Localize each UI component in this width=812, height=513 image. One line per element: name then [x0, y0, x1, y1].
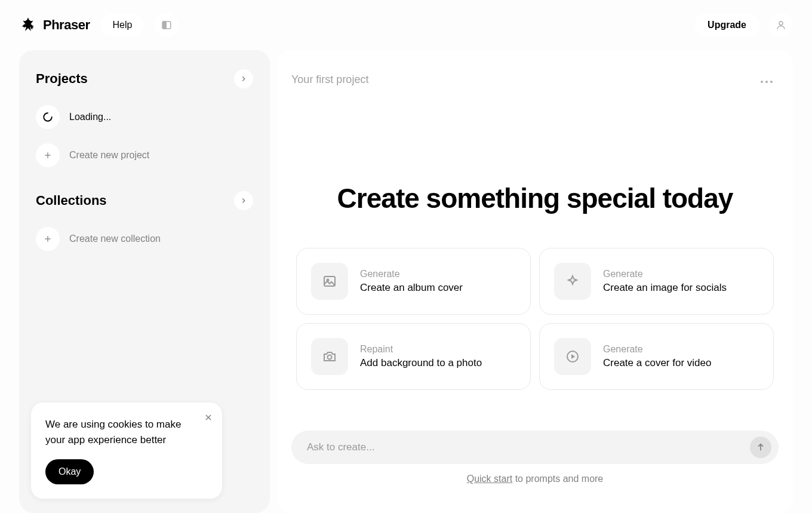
loading-label: Loading... [69, 112, 111, 122]
card-icon [554, 338, 591, 375]
arrow-up-icon [756, 443, 765, 452]
user-icon [776, 20, 786, 30]
help-button[interactable]: Help [100, 14, 144, 36]
spinner-icon [42, 112, 53, 122]
plus-icon-wrapper [36, 143, 60, 167]
upgrade-button[interactable]: Upgrade [694, 14, 759, 36]
quick-start-suffix: to prompts and more [512, 474, 603, 484]
svg-point-3 [779, 21, 783, 25]
collections-expand-button[interactable] [234, 191, 253, 210]
create-collection-label: Create new collection [69, 234, 161, 244]
cards-grid: Generate Create an album cover Generate … [296, 248, 774, 390]
content-header: Your first project [291, 69, 779, 90]
card-category: Generate [360, 269, 463, 279]
cookie-close-button[interactable] [202, 410, 215, 427]
svg-rect-2 [163, 21, 167, 29]
content: Your first project Create something spec… [277, 50, 793, 513]
svg-point-8 [761, 81, 763, 83]
sidebar-icon [161, 20, 172, 30]
play-circle-icon [565, 349, 580, 364]
projects-header: Projects [36, 69, 253, 88]
card-icon [554, 263, 591, 300]
collections-header: Collections [36, 191, 253, 210]
card-socials[interactable]: Generate Create an image for socials [539, 248, 774, 315]
card-title: Create an album cover [360, 282, 463, 294]
close-icon [204, 413, 213, 422]
svg-point-10 [770, 81, 773, 83]
svg-point-13 [328, 355, 332, 359]
sidebar-toggle-button[interactable] [155, 13, 179, 37]
card-text: Generate Create an image for socials [603, 269, 727, 294]
cookie-ok-button[interactable]: Okay [45, 459, 94, 484]
quick-start-link[interactable]: Quick start [467, 474, 512, 484]
asterisk-icon [19, 16, 37, 34]
camera-icon [322, 349, 337, 364]
prompt-bar: Quick start to prompts and more [291, 431, 779, 484]
svg-marker-15 [571, 354, 575, 359]
cookie-text: We are using cookies to make your app ex… [45, 417, 208, 447]
sparkle-icon [565, 274, 580, 288]
cookie-banner: We are using cookies to make your app ex… [31, 403, 222, 499]
card-category: Repaint [360, 344, 482, 355]
svg-point-9 [765, 81, 768, 83]
quick-start-line: Quick start to prompts and more [467, 474, 604, 484]
more-button[interactable] [755, 69, 779, 90]
projects-title: Projects [36, 71, 88, 87]
hero-title: Create something special today [337, 182, 733, 214]
collections-section: Collections Create new collection [36, 191, 253, 256]
card-title: Create an image for socials [603, 282, 727, 294]
chevron-right-icon [239, 196, 248, 205]
prompt-input-wrapper [291, 431, 779, 464]
header: Phraser Help Upgrade [0, 0, 812, 50]
card-icon [311, 338, 348, 375]
project-name: Your first project [291, 73, 368, 86]
brand-name: Phraser [43, 17, 90, 33]
card-category: Generate [603, 344, 711, 355]
card-title: Create a cover for video [603, 357, 711, 369]
create-collection-item[interactable]: Create new collection [36, 222, 253, 256]
header-right: Upgrade [694, 13, 793, 37]
projects-expand-button[interactable] [234, 69, 253, 88]
chevron-right-icon [239, 75, 248, 83]
plus-icon-wrapper [36, 227, 60, 251]
loading-project-item: Loading... [36, 100, 253, 134]
create-project-item[interactable]: Create new project [36, 139, 253, 172]
send-button[interactable] [750, 437, 771, 458]
prompt-input[interactable] [299, 437, 750, 458]
card-video-cover[interactable]: Generate Create a cover for video [539, 323, 774, 390]
card-icon [311, 263, 348, 300]
create-project-label: Create new project [69, 150, 149, 161]
plus-icon [43, 150, 53, 160]
logo[interactable]: Phraser [19, 16, 90, 34]
card-album-cover[interactable]: Generate Create an album cover [296, 248, 531, 315]
collections-title: Collections [36, 193, 107, 208]
header-left: Phraser Help [19, 13, 179, 37]
image-icon [322, 274, 337, 288]
loading-icon-wrapper [36, 105, 60, 129]
avatar-button[interactable] [769, 13, 793, 37]
card-text: Generate Create an album cover [360, 269, 463, 294]
card-repaint[interactable]: Repaint Add background to a photo [296, 323, 531, 390]
card-category: Generate [603, 269, 727, 279]
card-text: Generate Create a cover for video [603, 344, 711, 369]
card-title: Add background to a photo [360, 357, 482, 369]
dots-icon [759, 80, 774, 84]
card-text: Repaint Add background to a photo [360, 344, 482, 369]
plus-icon [43, 234, 53, 244]
